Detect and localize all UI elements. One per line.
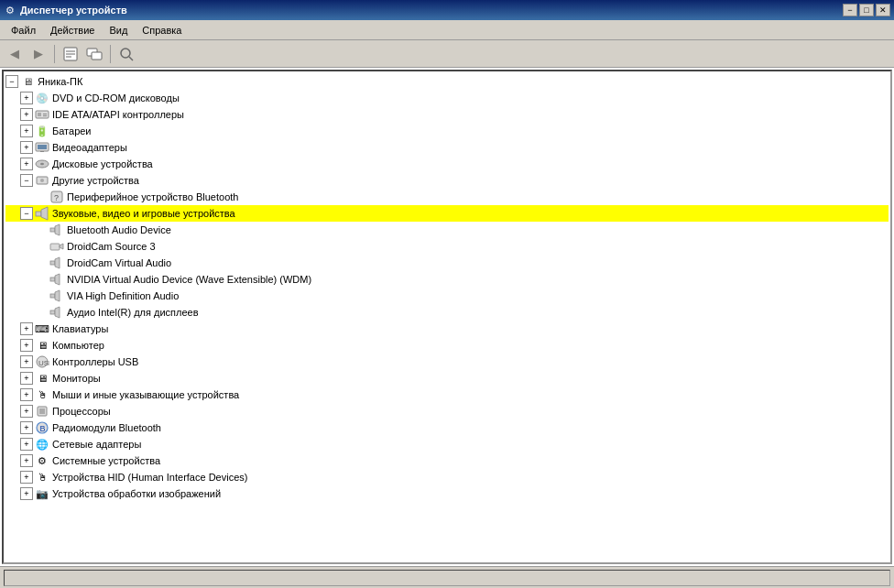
close-button[interactable]: ✕ — [876, 4, 890, 16]
tree-item-system[interactable]: + ⚙ Системные устройства — [5, 452, 889, 469]
forward-button[interactable]: ▶ — [27, 43, 49, 65]
svg-text:?: ? — [54, 193, 59, 202]
no-expand-via — [35, 289, 48, 302]
tree-item-cpu[interactable]: + Процессоры — [5, 403, 889, 419]
back-button[interactable]: ◀ — [4, 43, 26, 65]
update-button[interactable] — [83, 43, 105, 65]
expand-dvd[interactable]: + — [20, 92, 33, 104]
expand-hid[interactable]: + — [20, 471, 33, 484]
svg-text:USB: USB — [38, 359, 49, 367]
tree-item-imaging[interactable]: + 📷 Устройства обработки изображений — [5, 485, 889, 502]
svg-rect-23 — [50, 228, 55, 232]
icon-usb: USB — [35, 354, 49, 369]
icon-nvidia-audio — [49, 272, 64, 287]
no-expand-bt-audio — [35, 223, 48, 236]
tree-item-keyboards[interactable]: + ⌨ Клавиатуры — [5, 321, 889, 337]
tree-item-monitors[interactable]: + 🖥 Мониторы — [5, 370, 889, 387]
icon-via-audio — [49, 289, 64, 303]
tree-item-net[interactable]: + 🌐 Сетевые адаптеры — [5, 436, 889, 452]
expand-usb[interactable]: + — [20, 355, 33, 368]
expand-disk[interactable]: + — [20, 158, 33, 170]
label-root: Яника-ПК — [38, 76, 82, 87]
tree-item-bt-audio[interactable]: Bluetooth Audio Device — [5, 222, 889, 238]
icon-imaging: 📷 — [35, 486, 49, 501]
menu-file[interactable]: Файл — [4, 23, 43, 38]
svg-rect-9 — [38, 113, 41, 116]
svg-rect-14 — [40, 151, 44, 152]
icon-audio-devices — [35, 206, 49, 221]
window-icon: ⚙ — [4, 4, 16, 16]
toolbar-separator-1 — [54, 45, 55, 63]
icon-mice: 🖱 — [35, 387, 49, 402]
expand-cpu[interactable]: + — [20, 405, 33, 418]
expand-monitors[interactable]: + — [20, 372, 33, 385]
label-system: Системные устройства — [52, 455, 160, 466]
tree-item-intel-audio[interactable]: Аудио Intel(R) для дисплеев — [5, 304, 889, 321]
icon-bt-radio: B — [35, 420, 49, 435]
expand-other[interactable]: − — [20, 174, 33, 187]
tree-item-video[interactable]: + Видеоадаптеры — [5, 139, 889, 156]
properties-button[interactable] — [60, 43, 82, 65]
expand-audio[interactable]: − — [20, 207, 33, 220]
scan-button[interactable] — [115, 43, 137, 65]
expand-keyboards[interactable]: + — [20, 322, 33, 335]
menu-help[interactable]: Справка — [135, 23, 189, 38]
icon-bt-periph: ? — [49, 190, 64, 204]
label-keyboards: Клавиатуры — [52, 323, 108, 334]
svg-rect-29 — [50, 278, 55, 281]
device-tree[interactable]: − 🖥 Яника-ПК + 💿 DVD и CD-ROM дисководы … — [2, 70, 892, 564]
expand-computer[interactable]: + — [20, 339, 33, 352]
label-monitors: Мониторы — [52, 373, 101, 384]
tree-item-bt-periph[interactable]: ? Периферийное устройство Bluetooth — [5, 189, 889, 205]
label-via-audio: VIA High Definition Audio — [67, 290, 179, 301]
icon-video — [35, 140, 49, 155]
tree-item-nvidia-audio[interactable]: NVIDIA Virtual Audio Device (Wave Extens… — [5, 271, 889, 288]
menu-action[interactable]: Действие — [43, 23, 102, 38]
tree-item-droidcam-virt[interactable]: DroidCam Virtual Audio — [5, 255, 889, 271]
expand-mice[interactable]: + — [20, 388, 33, 401]
expand-root[interactable]: − — [5, 75, 18, 88]
label-disk: Дисковые устройства — [52, 158, 153, 169]
svg-line-7 — [129, 57, 133, 60]
tree-item-hid[interactable]: + 🖱 Устройства HID (Human Interface Devi… — [5, 469, 889, 485]
tree-item-ide[interactable]: + IDE ATA/ATAPI контроллеры — [5, 106, 889, 123]
tree-item-dvd[interactable]: + 💿 DVD и CD-ROM дисководы — [5, 90, 889, 106]
tree-item-other[interactable]: − Другие устройства — [5, 172, 889, 189]
svg-rect-11 — [43, 115, 47, 116]
status-text — [4, 570, 890, 586]
icon-batteries: 🔋 — [35, 124, 49, 138]
tree-item-disk[interactable]: + Дисковые устройства — [5, 156, 889, 172]
expand-system[interactable]: + — [20, 454, 33, 467]
expand-batteries[interactable]: + — [20, 125, 33, 137]
expand-net[interactable]: + — [20, 438, 33, 451]
maximize-button[interactable]: □ — [859, 4, 874, 16]
expand-imaging[interactable]: + — [20, 487, 33, 500]
menu-view[interactable]: Вид — [102, 23, 135, 38]
tree-item-bt-radio[interactable]: + B Радиомодули Bluetooth — [5, 419, 889, 436]
icon-disk — [35, 157, 49, 171]
tree-item-root[interactable]: − 🖥 Яника-ПК — [5, 73, 889, 90]
icon-droidcam3 — [49, 239, 64, 254]
tree-item-computer[interactable]: + 🖥 Компьютер — [5, 337, 889, 354]
icon-hid: 🖱 — [35, 470, 49, 485]
tree-item-audio-devices[interactable]: − Звуковые, видео и игровые устройства — [5, 205, 889, 222]
label-imaging: Устройства обработки изображений — [52, 488, 221, 499]
tree-item-batteries[interactable]: + 🔋 Батареи — [5, 123, 889, 139]
expand-video[interactable]: + — [20, 141, 33, 154]
icon-keyboards: ⌨ — [35, 321, 49, 336]
icon-computer2: 🖥 — [35, 338, 49, 353]
label-bt-periph: Периферийное устройство Bluetooth — [67, 191, 238, 202]
no-expand-droidcam3 — [35, 240, 48, 253]
tree-item-mice[interactable]: + 🖱 Мыши и иные указывающие устройства — [5, 387, 889, 403]
label-intel-audio: Аудио Intel(R) для дисплеев — [67, 307, 199, 318]
label-dvd: DVD и CD-ROM дисководы — [52, 93, 180, 103]
minimize-button[interactable]: − — [843, 4, 857, 16]
label-hid: Устройства HID (Human Interface Devices) — [52, 472, 247, 483]
tree-item-droidcam3[interactable]: DroidCam Source 3 — [5, 238, 889, 255]
expand-bt-radio[interactable]: + — [20, 421, 33, 434]
icon-computer: 🖥 — [20, 74, 35, 89]
expand-ide[interactable]: + — [20, 108, 33, 121]
tree-item-usb[interactable]: + USB Контроллеры USB — [5, 354, 889, 370]
icon-bt-audio — [49, 223, 64, 237]
tree-item-via-audio[interactable]: VIA High Definition Audio — [5, 288, 889, 304]
